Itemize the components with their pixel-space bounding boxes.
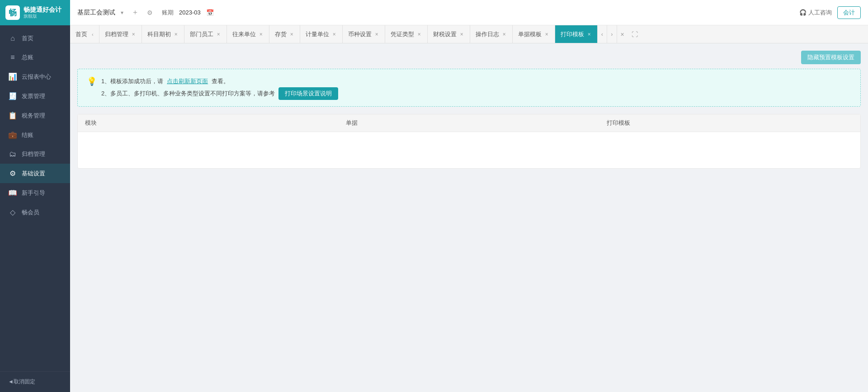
tab-close-oplog[interactable]: × [502,31,507,38]
tab-label-unit: 计量单位 [306,30,329,38]
tab-print[interactable]: 打印模板× [555,25,598,43]
tab-oplog[interactable]: 操作日志× [470,25,513,43]
bulb-icon: 💡 [87,76,97,86]
table-column-0: 模块 [78,114,339,132]
action-bar: 隐藏预置模板设置 [77,51,861,64]
tab-close-print[interactable]: × [587,31,592,38]
sidebar-item-ledger[interactable]: ≡总账 [0,48,70,67]
customer-service-btn[interactable]: 🎧 人工咨询 [799,9,832,17]
sidebar-unpin-btn[interactable]: ◄取消固定 [0,371,70,392]
sidebar-item-invoice[interactable]: 🧾发票管理 [0,86,70,106]
tab-label-print: 打印模板 [561,30,584,38]
nav-label-archive: 归档管理 [22,150,45,158]
top-header: 基层工会测试 ▾ ＋ ⚙ 账期 2023-03 📅 🎧 人工咨询 会计 [70,0,868,25]
sidebar-logo: 畅 畅捷通好会计 旗舰版 [0,0,70,25]
tab-label-partner: 往来单位 [232,30,256,38]
tab-close-voucher[interactable]: × [417,31,422,38]
nav-label-member: 畅会员 [22,208,39,217]
content-area: 隐藏预置模板设置 💡 1、模板添加成功后，请点击刷新新页面查看。 2、多员工、多… [70,43,868,392]
tab-receipt[interactable]: 单据模板× [513,25,555,43]
tab-taxsettings[interactable]: 财税设置× [428,25,470,43]
tab-close-subject[interactable]: × [174,31,179,38]
tab-close-taxsettings[interactable]: × [459,31,464,38]
tab-close-department[interactable]: × [216,31,221,38]
tab-voucher[interactable]: 凭证类型× [385,25,428,43]
tab-department[interactable]: 部门员工× [184,25,227,43]
tab-close-receipt[interactable]: × [544,31,549,38]
tab-close-unit[interactable]: × [332,31,337,38]
print-explain-button[interactable]: 打印场景设置说明 [278,87,338,100]
table-header: 模块单据打印模板 [78,114,860,132]
sidebar-item-settings[interactable]: ⚙基础设置 [0,164,70,183]
tab-close-all-btn[interactable]: × [617,25,628,43]
calendar-icon[interactable]: 📅 [206,9,214,16]
nav-icon-guide: 📖 [8,189,17,197]
info-text-content: 1、模板添加成功后，请点击刷新新页面查看。 2、多员工、多打印机、多种业务类型设… [101,76,851,100]
main-area: 基层工会测试 ▾ ＋ ⚙ 账期 2023-03 📅 🎧 人工咨询 会计 首页‹归… [70,0,868,392]
info-line-1: 1、模板添加成功后，请点击刷新新页面查看。 [101,76,851,87]
info-text-3: 2、多员工、多打印机、多种业务类型设置不同打印方案等，请参考 [101,88,275,99]
logo-name: 畅捷通好会计 [24,6,61,14]
tab-label-subject: 科目期初 [147,30,171,38]
tab-scroll-next[interactable]: › [607,25,617,43]
sidebar-item-home[interactable]: ⌂首页 [0,29,70,48]
table-column-1: 单据 [339,114,599,132]
nav-label-reports: 云报表中心 [22,73,51,81]
content-expand-btn[interactable]: ⛶ [628,25,642,43]
tab-partner[interactable]: 往来单位× [227,25,269,43]
tab-bar: 首页‹归档管理×科目期初×部门员工×往来单位×存货×计量单位×币种设置×凭证类型… [70,25,868,43]
period-label: 账期 [162,9,174,17]
nav-icon-reports: 📊 [8,72,17,81]
add-tab-button[interactable]: ＋ [129,7,142,18]
table-body [78,132,860,168]
nav-icon-home: ⌂ [8,34,17,43]
tab-close-inventory[interactable]: × [289,31,294,38]
tab-label-oplog: 操作日志 [476,30,499,38]
nav-label-settlement: 结账 [22,131,33,139]
tab-inventory[interactable]: 存货× [269,25,300,43]
tab-label-inventory: 存货 [275,30,287,38]
sidebar-item-archive[interactable]: 🗂归档管理 [0,145,70,164]
tab-home[interactable]: 首页‹ [70,25,99,43]
nav-label-invoice: 发票管理 [22,92,45,100]
nav-icon-ledger: ≡ [8,53,17,61]
tab-scroll-prev[interactable]: ‹ [598,25,607,43]
nav-icon-settings: ⚙ [8,169,17,178]
sidebar-item-guide[interactable]: 📖新手引导 [0,183,70,203]
nav-label-tax: 税务管理 [22,112,45,120]
nav-label-ledger: 总账 [22,53,33,61]
sidebar-item-reports[interactable]: 📊云报表中心 [0,67,70,86]
hide-template-button[interactable]: 隐藏预置模板设置 [801,51,861,64]
sidebar-item-member[interactable]: ◇畅会员 [0,203,70,222]
print-template-table: 模块单据打印模板 [77,114,861,169]
headset-icon: 🎧 [799,9,807,16]
info-text-1: 1、模板添加成功后，请 [101,76,163,87]
nav-icon-invoice: 🧾 [8,92,17,100]
tab-nav-prev[interactable]: ‹ [92,32,94,37]
tab-close-archive[interactable]: × [131,31,136,38]
info-text-2: 查看。 [212,76,229,87]
tab-close-currency[interactable]: × [374,31,379,38]
nav-icon-archive: 🗂 [8,150,17,158]
tab-label-taxsettings: 财税设置 [433,30,457,38]
home-tab-label: 首页 [75,30,87,38]
period-value: 2023-03 [179,9,201,16]
sidebar-item-tax[interactable]: 📋税务管理 [0,106,70,125]
account-button[interactable]: 会计 [837,6,861,19]
sidebar-item-settlement[interactable]: 💼结账 [0,125,70,145]
tab-archive[interactable]: 归档管理× [99,25,142,43]
nav-icon-settlement: 💼 [8,131,17,139]
tab-unit[interactable]: 计量单位× [300,25,343,43]
table-column-2: 打印模板 [599,114,860,132]
logo-sub: 旗舰版 [24,13,61,19]
info-line-2: 2、多员工、多打印机、多种业务类型设置不同打印方案等，请参考 打印场景设置说明 [101,87,851,100]
tab-currency[interactable]: 币种设置× [343,25,385,43]
company-dropdown-icon[interactable]: ▾ [121,9,123,16]
tab-subject[interactable]: 科目期初× [142,25,184,43]
settings-gear-icon[interactable]: ⚙ [147,9,153,16]
info-box: 💡 1、模板添加成功后，请点击刷新新页面查看。 2、多员工、多打印机、多种业务类… [77,69,861,107]
tab-label-archive: 归档管理 [105,30,128,38]
tab-close-partner[interactable]: × [259,31,264,38]
company-name: 基层工会测试 [77,9,115,17]
refresh-link[interactable]: 点击刷新新页面 [167,76,208,87]
